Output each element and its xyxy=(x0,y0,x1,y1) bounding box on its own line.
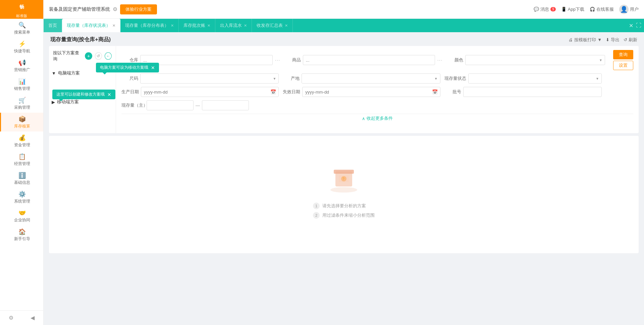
color-select[interactable] xyxy=(465,55,605,65)
print-dropdown-icon: ▼ xyxy=(597,37,602,42)
batch-input[interactable] xyxy=(463,87,602,97)
goods-input[interactable] xyxy=(303,55,435,65)
sidebar-item-promo[interactable]: 📢 营销推广 xyxy=(0,56,43,75)
app-label: App下载 xyxy=(568,6,584,12)
size-label: 尺码 xyxy=(121,75,138,82)
app-download-btn[interactable]: 📱 App下载 xyxy=(561,6,584,12)
step-2-text: 用过滤条件来缩小分析范围 xyxy=(322,212,375,218)
sidebar-item-system[interactable]: ⚙️ 系统管理 xyxy=(0,188,43,207)
avatar: 👤 xyxy=(619,5,629,14)
collapse-row[interactable]: ∧ 收起更多条件 xyxy=(121,114,633,123)
tab-inout[interactable]: 出入库流水 ✕ xyxy=(215,19,252,32)
refresh-label: 刷新 xyxy=(629,37,637,43)
tab-maximize-btn[interactable]: ⛶ xyxy=(636,22,641,29)
tab-batch[interactable]: 库存批次账 ✕ xyxy=(179,19,215,32)
export-btn[interactable]: ⬇ 导出 xyxy=(606,37,620,43)
sidebar-logo-label: 标准版 xyxy=(16,13,27,18)
sidebar-collapse-btn[interactable]: ◀ xyxy=(31,315,35,321)
topbar: 装备及固定资产辅助管理系统 ⚙ 体验行业方案 💬 消息 9 📱 App下载 🎧 … xyxy=(44,0,644,19)
filter-stock-status: 现存量状态 xyxy=(444,73,602,84)
sidebar-item-label: 营销推广 xyxy=(14,67,30,73)
page-title: 现存量查询(按仓库+商品) xyxy=(50,36,111,43)
sidebar-item-purchase[interactable]: 🛒 采购管理 xyxy=(0,94,43,113)
sidebar-item-nav[interactable]: ⚡ 快捷导航 xyxy=(0,38,43,56)
tab-stock-status[interactable]: 现存量（库存状况表） ✕ xyxy=(62,19,120,32)
warehouse-input[interactable] xyxy=(140,55,273,65)
tab-home[interactable]: 首页 xyxy=(44,19,62,32)
filter-stock-qty: 现存量（主） — xyxy=(121,100,249,110)
refresh-btn[interactable]: ↺ 刷新 xyxy=(624,37,637,43)
tab-inout-close[interactable]: ✕ xyxy=(244,23,247,28)
message-btn[interactable]: 💬 消息 9 xyxy=(534,6,556,12)
topbar-left: 装备及固定资产辅助管理系统 ⚙ 体验行业方案 xyxy=(49,4,157,14)
guide-icon: 🏠 xyxy=(18,228,26,235)
reset-button[interactable]: 设置 xyxy=(613,61,633,70)
topbar-settings-icon[interactable]: ⚙ xyxy=(113,6,117,12)
sidebar-item-ops[interactable]: 📋 经营管理 xyxy=(0,150,43,169)
sidebar-item-inventory[interactable]: 📦 库存核算 xyxy=(0,113,43,131)
sidebar-bottom: ⚙ ◀ xyxy=(0,310,43,325)
stock-qty-max[interactable] xyxy=(202,100,249,110)
prod-date-input[interactable] xyxy=(141,87,279,97)
tab-batch-close[interactable]: ✕ xyxy=(207,23,210,28)
tab-stock-dist-close[interactable]: ✕ xyxy=(171,23,174,28)
empty-illustration: ? xyxy=(324,161,364,196)
expand-mobile-icon: ▶ xyxy=(52,100,55,105)
query-button[interactable]: 查询 xyxy=(613,50,633,59)
expire-date-input[interactable] xyxy=(302,87,440,97)
sidebar-item-corp[interactable]: 🤝 企业协同 xyxy=(0,207,43,225)
sidebar-item-finance[interactable]: 💰 资金管理 xyxy=(0,131,43,150)
svg-point-2 xyxy=(330,187,357,193)
sidebar-logo[interactable]: 畅 标准版 xyxy=(0,0,43,19)
svg-text:畅: 畅 xyxy=(19,4,24,9)
refresh-scheme-btn[interactable]: ↺ xyxy=(95,52,102,60)
corp-icon: 🤝 xyxy=(18,209,26,217)
scheme-panel: 按以下方案查询 + ↺ ← 电脑方案可设为移动方案哦 ✕ xyxy=(49,46,116,133)
color-label: 颜色 xyxy=(446,57,463,63)
size-select[interactable] xyxy=(140,73,279,84)
stock-status-select[interactable] xyxy=(468,73,602,84)
origin-select[interactable] xyxy=(302,73,440,84)
support-icon: 🎧 xyxy=(590,7,595,12)
warehouse-dots[interactable]: ⋯ xyxy=(275,57,280,63)
prod-date-calendar-icon[interactable]: 📅 xyxy=(270,89,276,95)
tooltip-create-close[interactable]: ✕ xyxy=(107,92,111,97)
tab-close-all-btn[interactable]: ✕ xyxy=(629,22,633,29)
print-btn[interactable]: 🖨 按模板打印 ▼ xyxy=(569,37,602,43)
sidebar-item-search[interactable]: 🔍 搜索菜单 xyxy=(0,19,43,38)
tab-stock-status-close[interactable]: ✕ xyxy=(112,23,115,28)
arrow-scheme-btn[interactable]: ← xyxy=(105,52,112,60)
support-btn[interactable]: 🎧 在线客服 xyxy=(590,6,614,12)
goods-label: 商品 xyxy=(284,57,301,63)
app-icon: 📱 xyxy=(561,7,567,12)
sidebar-item-label: 快捷导航 xyxy=(14,48,30,54)
arrow-icon: ← xyxy=(106,54,110,58)
user-btn[interactable]: 👤 用户 xyxy=(619,5,639,14)
sidebar-item-guide[interactable]: 🏠 新手引导 xyxy=(0,225,43,244)
message-icon: 💬 xyxy=(534,7,539,12)
collapse-label: 收起更多条件 xyxy=(367,115,393,121)
system-icon: ⚙️ xyxy=(18,191,26,198)
sidebar-item-label: 新手引导 xyxy=(14,236,30,242)
topbar-right: 💬 消息 9 📱 App下载 🎧 在线客服 👤 用户 xyxy=(534,5,639,14)
sidebar-item-label: 企业协同 xyxy=(14,217,30,223)
tab-summary[interactable]: 收发存汇总表 ✕ xyxy=(252,19,293,32)
expire-date-calendar-icon[interactable]: 📅 xyxy=(432,89,438,95)
trial-button[interactable]: 体验行业方案 xyxy=(120,4,157,14)
sidebar-settings-btn[interactable]: ⚙ xyxy=(9,315,13,321)
sidebar-item-basic[interactable]: ℹ️ 基础信息 xyxy=(0,169,43,188)
tabbar-right: ✕ ⛶ xyxy=(629,22,644,29)
sidebar-item-sales[interactable]: 📊 销售管理 xyxy=(0,75,43,94)
tab-batch-label: 库存批次账 xyxy=(183,22,205,29)
filter-color: 颜色 xyxy=(446,55,605,65)
stock-qty-min[interactable] xyxy=(147,100,194,110)
step-1-text: 请先选择要分析的方案 xyxy=(322,203,366,209)
tab-inout-label: 出入库流水 xyxy=(220,22,242,29)
collapse-up-icon: ∧ xyxy=(362,116,365,121)
add-scheme-btn[interactable]: + xyxy=(85,52,92,60)
tooltip-pc-close[interactable]: ✕ xyxy=(151,65,155,70)
refresh-icon: ↺ xyxy=(624,37,627,42)
goods-dots[interactable]: ⋯ xyxy=(437,57,442,63)
tab-summary-close[interactable]: ✕ xyxy=(285,23,288,28)
tab-stock-dist[interactable]: 现存量（库存分布表） ✕ xyxy=(120,19,179,32)
